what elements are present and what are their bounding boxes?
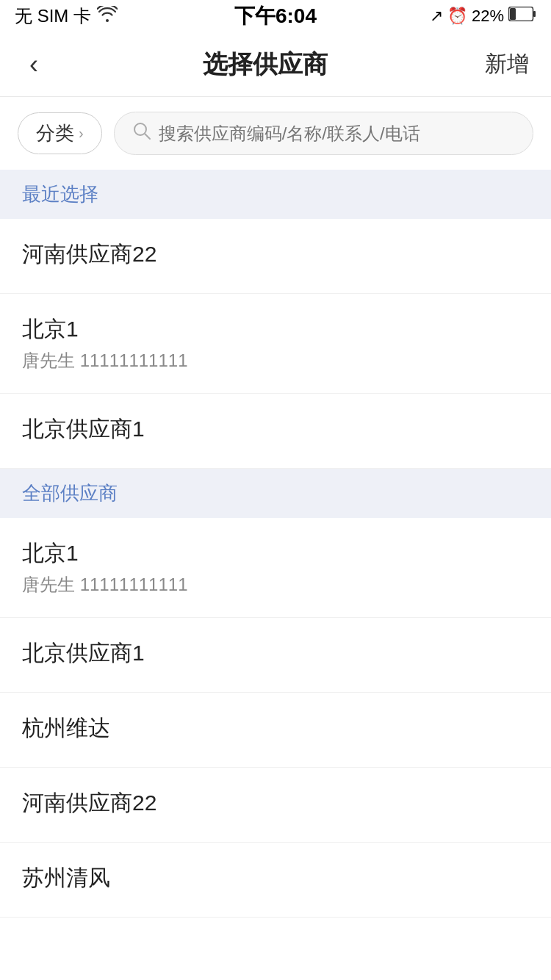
section-header-recent: 最近选择 xyxy=(0,170,551,219)
list-item[interactable]: 苏州清风 xyxy=(0,843,551,918)
item-sub: 唐先生 11111111111 xyxy=(22,349,529,372)
location-icon: ↗ xyxy=(430,7,443,26)
search-icon xyxy=(132,121,151,145)
item-name: 河南供应商22 xyxy=(22,239,529,270)
status-time: 下午6:04 xyxy=(234,2,317,30)
list-item[interactable]: 北京供应商1 xyxy=(0,394,551,469)
chevron-right-icon: › xyxy=(79,125,84,142)
status-right: ↗ ⏰ 22% xyxy=(430,7,536,26)
sections-container: 最近选择河南供应商22北京1唐先生 11111111111北京供应商1全部供应商… xyxy=(0,170,551,918)
list-item[interactable]: 北京1唐先生 11111111111 xyxy=(0,518,551,618)
wifi-icon xyxy=(97,6,118,26)
category-button[interactable]: 分类 › xyxy=(18,112,102,154)
filter-bar: 分类 › xyxy=(0,97,551,170)
nav-bar: ‹ 选择供应商 新增 xyxy=(0,32,551,97)
item-name: 北京供应商1 xyxy=(22,414,529,444)
item-name: 北京1 xyxy=(22,538,529,569)
battery-icon xyxy=(508,7,536,26)
add-button[interactable]: 新增 xyxy=(485,49,529,79)
svg-rect-2 xyxy=(533,11,536,17)
item-name: 北京供应商1 xyxy=(22,638,529,669)
list-item[interactable]: 河南供应商22 xyxy=(0,219,551,294)
item-name: 北京1 xyxy=(22,314,529,345)
list-item[interactable]: 杭州维达 xyxy=(0,693,551,768)
alarm-icon: ⏰ xyxy=(447,7,467,26)
page-title: 选择供应商 xyxy=(203,48,328,82)
list-item[interactable]: 北京供应商1 xyxy=(0,618,551,693)
search-input[interactable] xyxy=(159,123,515,144)
list-item[interactable]: 北京1唐先生 11111111111 xyxy=(0,294,551,394)
section-header-all: 全部供应商 xyxy=(0,469,551,518)
search-box xyxy=(114,112,533,155)
item-name: 苏州清风 xyxy=(22,863,529,893)
svg-line-4 xyxy=(145,134,150,139)
back-button[interactable]: ‹ xyxy=(22,42,46,87)
battery-text: 22% xyxy=(472,7,504,26)
svg-rect-1 xyxy=(510,8,516,20)
item-sub: 唐先生 11111111111 xyxy=(22,573,529,597)
list-item[interactable]: 河南供应商22 xyxy=(0,768,551,843)
category-label: 分类 xyxy=(36,120,74,146)
status-left: 无 SIM 卡 xyxy=(15,4,118,28)
item-name: 河南供应商22 xyxy=(22,788,529,818)
status-bar: 无 SIM 卡 下午6:04 ↗ ⏰ 22% xyxy=(0,0,551,32)
item-name: 杭州维达 xyxy=(22,713,529,743)
carrier-text: 无 SIM 卡 xyxy=(15,4,91,28)
